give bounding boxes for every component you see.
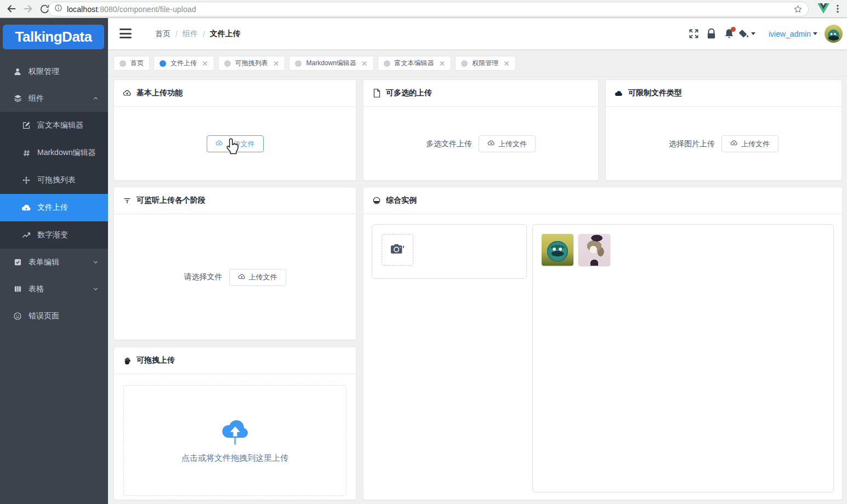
tab-file-upload[interactable]: 文件上传 ✕ [154, 56, 214, 71]
close-icon[interactable]: ✕ [202, 60, 208, 67]
hand-icon [122, 356, 132, 365]
close-icon[interactable]: ✕ [439, 60, 446, 67]
cloud-upload-icon [730, 139, 738, 148]
sidebar-item-label: 文件上传 [37, 203, 68, 213]
browser-toolbar: localhost:8080/component/file-upload [0, 0, 847, 18]
sidebar-submenu-components: 富文本编辑器 Markdown编辑器 可拖拽列表 [0, 112, 108, 249]
tab-markdown-editor[interactable]: Markdown编辑器 ✕ [289, 56, 373, 71]
sidebar-item-components[interactable]: 组件 [0, 85, 108, 112]
page-info-icon[interactable] [54, 4, 62, 14]
sidebar-item-label: 富文本编辑器 [37, 121, 83, 130]
person-icon [13, 67, 22, 76]
contrast-circle-icon [372, 196, 382, 205]
card-restrict-type: 可限制文件类型 选择图片上传 上传文件 [605, 79, 842, 181]
cloud-upload-icon [215, 139, 223, 148]
vue-devtools-icon[interactable] [817, 3, 829, 16]
upload-file-button[interactable]: 上传文件 [229, 269, 286, 286]
browser-menu-icon[interactable] [833, 3, 843, 16]
sidebar-item-label: 可拖拽列表 [37, 175, 76, 185]
sidebar-item-tables[interactable]: 表格 [0, 276, 108, 302]
card-title: 可限制文件类型 [628, 88, 682, 98]
uploaded-image-monster[interactable] [542, 234, 573, 266]
sidebar-item-label: 错误页面 [29, 311, 59, 321]
theme-bucket-icon[interactable] [738, 25, 755, 43]
notifications-bell-icon[interactable] [720, 25, 738, 43]
close-icon[interactable]: ✕ [273, 60, 280, 67]
header-actions: iview_admin [685, 18, 843, 49]
checkbox-icon [13, 258, 22, 266]
bookmark-star-icon[interactable] [793, 4, 803, 14]
breadcrumb-home[interactable]: 首页 [155, 29, 170, 39]
camera-icon [390, 243, 405, 257]
card-title: 可多选的上传 [386, 88, 432, 98]
uploaded-image-girl[interactable] [578, 234, 610, 266]
sidebar-item-label: 表单编辑 [29, 257, 59, 267]
open-tags-bar: 首页 文件上传 ✕ 可拖拽列表 ✕ Markdown编辑器 ✕ 富文本编辑器 ✕ [108, 49, 847, 77]
trending-up-icon [21, 231, 31, 239]
sidebar-item-form-editor[interactable]: 表单编辑 [0, 249, 108, 276]
back-icon[interactable] [3, 1, 20, 17]
sidebar-item-count-to[interactable]: 数字渐变 [0, 221, 108, 249]
close-icon[interactable]: ✕ [361, 60, 368, 67]
sidebar-item-draggable-list[interactable]: 可拖拽列表 [0, 167, 108, 194]
add-image-button[interactable] [382, 234, 413, 266]
sad-face-icon [13, 312, 22, 320]
sidebar-item-permissions[interactable]: 权限管理 [0, 58, 108, 85]
breadcrumb-current: 文件上传 [210, 29, 241, 39]
drag-drop-area[interactable]: 点击或将文件拖拽到这里上传 [123, 385, 346, 496]
upload-file-button[interactable]: 上传文件 [721, 135, 778, 152]
sidebar-item-file-upload[interactable]: 文件上传 [0, 194, 108, 221]
card-title: 综合实例 [386, 196, 417, 205]
menu-toggle-icon[interactable] [120, 28, 132, 41]
url-path: :8080/component/file-upload [98, 5, 196, 14]
tag-label: 权限管理 [472, 59, 498, 68]
fullscreen-icon[interactable] [685, 25, 703, 43]
card-title: 可拖拽上传 [137, 356, 175, 365]
card-title: 基本上传功能 [137, 88, 183, 98]
lock-icon[interactable] [703, 25, 720, 43]
tag-dot-icon [384, 60, 390, 67]
tag-dot-icon [120, 60, 126, 67]
sidebar-item-label: Markdown编辑器 [37, 148, 96, 158]
close-icon[interactable]: ✕ [503, 60, 510, 67]
uploaded-list-panel [532, 224, 834, 492]
forward-icon[interactable] [20, 1, 36, 17]
logo[interactable]: TalkingData [3, 25, 104, 49]
document-icon [372, 89, 382, 98]
sidebar-item-rich-editor[interactable]: 富文本编辑器 [0, 112, 108, 139]
sidebar-item-label: 数字渐变 [37, 230, 68, 240]
tab-home[interactable]: 首页 [113, 56, 150, 71]
chevron-up-icon [92, 95, 99, 104]
button-label: 上传文件 [226, 139, 255, 149]
button-label: 上传文件 [498, 139, 527, 149]
breadcrumb-separator: / [203, 30, 205, 38]
address-bar[interactable]: localhost:8080/component/file-upload [48, 2, 809, 16]
upload-file-button[interactable]: 上传文件 [479, 135, 536, 152]
sidebar-item-markdown-editor[interactable]: Markdown编辑器 [0, 139, 108, 167]
sidebar-item-error-pages[interactable]: 错误页面 [0, 302, 108, 329]
tag-label: 富文本编辑器 [395, 59, 434, 68]
tag-dot-icon [461, 60, 468, 67]
upload-file-button[interactable]: 上传文件 [207, 135, 264, 152]
hash-icon [21, 149, 31, 157]
cloud-upload-icon [238, 273, 246, 282]
card-drag-upload: 可拖拽上传 点击或将文件拖拽到这里上传 [113, 347, 356, 500]
tab-permissions[interactable]: 权限管理 ✕ [455, 56, 516, 71]
sidebar-item-label: 表格 [29, 284, 44, 294]
breadcrumb-separator: / [175, 30, 178, 38]
compose-icon [21, 121, 31, 130]
sidebar: TalkingData 权限管理 组件 [0, 18, 108, 504]
logo-text: TalkingData [15, 28, 92, 45]
tag-label: 可拖拽列表 [235, 59, 268, 68]
tag-label: Markdown编辑器 [306, 59, 356, 68]
upload-label: 选择图片上传 [669, 139, 715, 149]
tab-draggable-list[interactable]: 可拖拽列表 ✕ [218, 56, 286, 71]
user-menu[interactable]: iview_admin [769, 30, 817, 38]
user-avatar[interactable] [825, 25, 843, 43]
move-icon [21, 176, 31, 185]
chevron-down-icon [92, 285, 99, 294]
url-host: localhost [67, 5, 98, 14]
tab-rich-editor[interactable]: 富文本编辑器 ✕ [378, 56, 452, 71]
tag-label: 文件上传 [170, 59, 197, 68]
url-text: localhost:8080/component/file-upload [67, 5, 196, 14]
